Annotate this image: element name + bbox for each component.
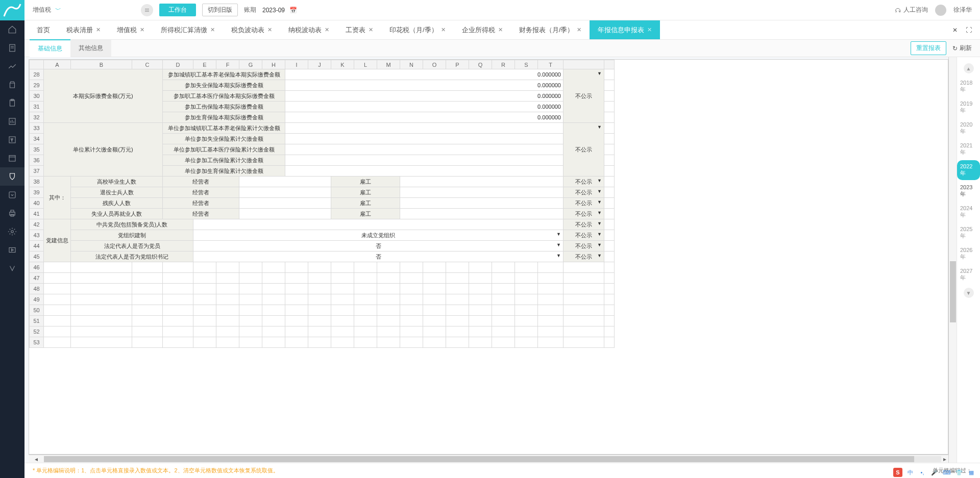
col-header-N[interactable]: N	[400, 60, 423, 69]
sidebar-calendar-icon[interactable]	[0, 149, 24, 167]
row-header-31[interactable]: 31	[30, 102, 44, 112]
cell[interactable]	[400, 316, 423, 326]
tab-close-icon[interactable]: ✕	[577, 27, 581, 33]
ime-keyboard-icon[interactable]: ⌨	[942, 468, 951, 477]
col-header-G[interactable]: G	[239, 60, 262, 69]
cell[interactable]	[216, 326, 239, 337]
sidebar-clipboard-icon[interactable]	[0, 94, 24, 112]
cell[interactable]	[163, 294, 193, 305]
cell[interactable]	[564, 316, 604, 326]
col-header-Q[interactable]: Q	[469, 60, 492, 69]
cell[interactable]	[71, 284, 132, 294]
cell[interactable]	[446, 284, 469, 294]
cell[interactable]	[132, 326, 163, 337]
cell[interactable]	[285, 337, 308, 348]
tab-5[interactable]: 纳税波动表✕	[280, 20, 337, 39]
cell[interactable]	[193, 284, 216, 294]
col-header-R[interactable]: R	[492, 60, 515, 69]
cell[interactable]	[604, 262, 615, 273]
reset-report-button[interactable]: 重置报表	[911, 41, 946, 55]
cell[interactable]	[492, 273, 515, 284]
cell-label[interactable]: 参加城镇职工基本养老保险本期实际缴费金额	[163, 69, 285, 80]
cell[interactable]	[71, 273, 132, 284]
sidebar-archive-icon[interactable]	[0, 186, 24, 204]
cell[interactable]	[163, 262, 193, 273]
cell[interactable]	[308, 337, 331, 348]
cell[interactable]	[193, 326, 216, 337]
dropdown-cell[interactable]: 不公示▼	[564, 251, 604, 262]
cell[interactable]	[604, 284, 615, 294]
cell[interactable]	[515, 337, 538, 348]
year-2026年[interactable]: 2026年	[957, 244, 980, 264]
cell[interactable]	[400, 198, 564, 209]
cell-label[interactable]: 参加生育保险本期实际缴费金额	[163, 112, 285, 123]
cell[interactable]	[604, 230, 615, 241]
cell[interactable]	[354, 305, 377, 316]
cell[interactable]	[515, 305, 538, 316]
subtab-other[interactable]: 其他信息	[70, 40, 111, 57]
row-header-50[interactable]: 50	[30, 305, 44, 316]
cell[interactable]	[538, 326, 564, 337]
cell[interactable]	[515, 262, 538, 273]
cell[interactable]	[400, 326, 423, 337]
row-header-46[interactable]: 46	[30, 262, 44, 273]
cell[interactable]	[239, 273, 262, 284]
row-header-53[interactable]: 53	[30, 337, 44, 348]
cell[interactable]	[44, 326, 71, 337]
cell[interactable]	[564, 294, 604, 305]
cell[interactable]	[354, 316, 377, 326]
cell[interactable]	[354, 273, 377, 284]
cell[interactable]	[193, 273, 216, 284]
col-header-P[interactable]: P	[446, 60, 469, 69]
cell[interactable]	[239, 326, 262, 337]
spreadsheet[interactable]: ABCDEFGHIJKLMNOPQRST28本期实际缴费金额(万元)参加城镇职工…	[29, 59, 948, 455]
row-header-45[interactable]: 45	[30, 251, 44, 262]
tab-close-icon[interactable]: ✕	[267, 27, 272, 33]
cell[interactable]	[604, 155, 615, 166]
list-circle-button[interactable]	[141, 4, 153, 16]
cell[interactable]	[308, 305, 331, 316]
year-2024年[interactable]: 2024年	[957, 202, 980, 222]
cell[interactable]	[262, 284, 285, 294]
cell-label[interactable]: 参加失业保险本期实际缴费金额	[163, 80, 285, 91]
cell[interactable]	[400, 273, 423, 284]
sidebar-chart-icon[interactable]	[0, 57, 24, 76]
dropdown-cell[interactable]: 不公示▼	[564, 209, 604, 219]
cell[interactable]	[446, 294, 469, 305]
dropdown-cell[interactable]: 不公示▼	[564, 198, 604, 209]
cell[interactable]	[239, 305, 262, 316]
dropdown-cell[interactable]: 不公示▼	[564, 187, 604, 198]
col-header-C[interactable]: C	[132, 60, 163, 69]
cell[interactable]	[308, 273, 331, 284]
cell[interactable]	[132, 262, 163, 273]
vertical-scrollbar[interactable]	[948, 57, 957, 463]
cell[interactable]	[331, 262, 354, 273]
col-header-F[interactable]: F	[216, 60, 239, 69]
cell[interactable]	[538, 294, 564, 305]
tab-close-icon[interactable]: ✕	[140, 27, 144, 33]
cell-label[interactable]: 单位参加城镇职工基本养老保险累计欠缴金额	[163, 123, 285, 134]
cell[interactable]	[308, 262, 331, 273]
cell[interactable]	[604, 305, 615, 316]
cell[interactable]	[193, 262, 216, 273]
tab-0[interactable]: 首页	[29, 20, 58, 39]
horizontal-scrollbar[interactable]: ◂ ▸	[29, 455, 948, 463]
dropdown-cell[interactable]: 不公示▼	[564, 177, 604, 187]
logo-icon[interactable]	[0, 0, 24, 20]
dropdown-cell[interactable]: 否▼	[193, 241, 564, 251]
cell[interactable]	[377, 262, 400, 273]
cell[interactable]	[71, 316, 132, 326]
cell[interactable]	[354, 326, 377, 337]
cell[interactable]	[492, 284, 515, 294]
cell[interactable]	[44, 305, 71, 316]
cell[interactable]	[446, 316, 469, 326]
col-header-M[interactable]: M	[377, 60, 400, 69]
tab-7[interactable]: 印花税（月/季）✕	[381, 20, 454, 39]
cell[interactable]	[193, 337, 216, 348]
cell[interactable]	[400, 305, 423, 316]
dropdown-cell[interactable]: 不公示▼	[564, 69, 604, 123]
row-header-47[interactable]: 47	[30, 273, 44, 284]
cell[interactable]	[163, 273, 193, 284]
cell[interactable]	[446, 262, 469, 273]
cell[interactable]	[239, 209, 331, 219]
